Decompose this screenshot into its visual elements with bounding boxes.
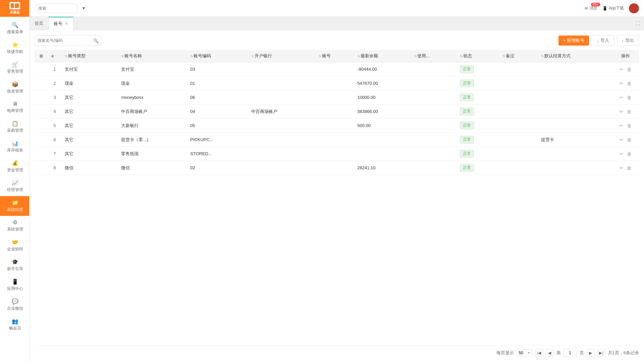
row-account-8	[315, 161, 354, 175]
last-page-button[interactable]: ▶|	[597, 349, 605, 357]
delete-button-3[interactable]: 🗑	[627, 95, 632, 100]
prev-page-button[interactable]: ◀	[546, 349, 554, 357]
edit-button-2[interactable]: ✏	[620, 81, 624, 86]
header-dropdown[interactable]: ▼	[82, 6, 86, 11]
sidebar-icon-wechat: 💬	[12, 298, 18, 305]
sidebar-item-enterprise[interactable]: 🤝企业协同	[0, 236, 29, 255]
row-usage-3	[411, 90, 457, 105]
col-bank[interactable]: ⇅开户银行	[248, 50, 315, 62]
sidebar-icon-finance: 💰	[12, 160, 18, 166]
sidebar-item-system[interactable]: ⚙系统管理	[0, 216, 29, 236]
sidebar-item-operation[interactable]: 📈经营管理	[0, 176, 29, 196]
row-code-6: PICKUPC...	[187, 133, 248, 147]
sidebar-label-shortcut: 快捷导航	[7, 49, 23, 55]
dropdown-arrow-icon: ▼	[82, 6, 86, 11]
user-avatar[interactable]	[629, 3, 639, 13]
row-name-7: 零售抵现	[118, 147, 187, 161]
col-name[interactable]: ⇅账号名称	[118, 50, 187, 62]
app-download-button[interactable]: 📱 App下载	[602, 5, 624, 11]
row-usage-4	[411, 105, 457, 119]
col-remark[interactable]: ⇅备注	[499, 50, 538, 62]
col-status[interactable]: ⇅状态	[457, 50, 499, 62]
col-settings[interactable]: ⚙	[35, 50, 48, 62]
edit-button-8[interactable]: ✏	[620, 165, 624, 171]
row-code-7: STORED...	[187, 147, 248, 161]
add-account-button[interactable]: + 新增账号	[558, 36, 589, 46]
delete-button-5[interactable]: 🗑	[627, 123, 632, 128]
maximize-icon: ⛶	[636, 21, 640, 26]
sidebar-item-wechat[interactable]: 💬企业微信	[0, 295, 29, 315]
search-input[interactable]	[38, 38, 93, 43]
col-account[interactable]: ⇅账号	[315, 50, 354, 62]
import-button[interactable]: ↓ 导入	[592, 35, 614, 46]
tab-account-close[interactable]: ✕	[65, 21, 68, 26]
sidebar-item-finance[interactable]: 💰资金管理	[0, 157, 29, 176]
tab-home[interactable]: 首页	[30, 17, 49, 30]
edit-button-3[interactable]: ✏	[620, 95, 624, 100]
sidebar-item-app_center[interactable]: 📱应用中心	[0, 275, 29, 295]
table-body: 1 支付宝 支付宝 03 -90444.00 正常 ✏ 🗑 2 现金 现金 01…	[35, 62, 639, 175]
row-num-8: 8	[48, 161, 61, 175]
page-size-select[interactable]: 50 20 100	[517, 350, 532, 356]
row-type-6: 其它	[61, 133, 118, 147]
row-select-7	[35, 147, 48, 161]
header-left: ▼	[35, 4, 86, 13]
tab-expand-button[interactable]: ⛶	[632, 21, 644, 26]
page-label2: 页	[580, 350, 584, 356]
col-usage[interactable]: ⇅使用...	[411, 50, 457, 62]
sidebar-label-system: 系统管理	[7, 227, 23, 232]
import-icon: ↓	[597, 38, 599, 43]
sidebar-item-ecommerce[interactable]: 🖥电商管理	[0, 98, 29, 117]
export-button[interactable]: ↑ 导出	[617, 35, 639, 46]
sidebar-item-inventory[interactable]: 📊库存核算	[0, 137, 29, 157]
col-actions: 操作	[612, 50, 639, 62]
header-search-input[interactable]	[35, 4, 78, 13]
row-account-1	[315, 62, 354, 76]
sidebar-icon-wholesale: 📦	[12, 81, 18, 87]
sidebar-icon-app_center: 📱	[12, 279, 18, 285]
sidebar-item-member[interactable]: 👥畅会员	[0, 315, 29, 335]
sidebar-item-wholesale[interactable]: 📦批发管理	[0, 78, 29, 98]
row-name-1: 支付宝	[118, 62, 187, 76]
message-button[interactable]: ✉ 消息 99+	[585, 5, 597, 11]
row-default-payment-4	[538, 105, 612, 119]
sidebar-item-shortcut[interactable]: ⭐快捷导航	[0, 38, 29, 58]
first-page-button[interactable]: |◀	[535, 349, 543, 357]
col-type[interactable]: ⇅账号类型	[61, 50, 118, 62]
row-code-2: 01	[187, 76, 248, 90]
logo-text: 乐嘉版	[10, 10, 20, 15]
edit-button-4[interactable]: ✏	[620, 109, 624, 114]
edit-button-7[interactable]: ✏	[620, 151, 624, 157]
edit-button-6[interactable]: ✏	[620, 137, 624, 142]
sidebar-item-search[interactable]: 🔍搜索菜单	[0, 18, 29, 38]
row-type-3: 其它	[61, 90, 118, 105]
sidebar-item-basic[interactable]: 📁基础信息	[0, 196, 29, 216]
row-actions-6: ✏ 🗑	[612, 133, 639, 147]
col-balance[interactable]: ⇅最新余额	[354, 50, 410, 62]
delete-button-7[interactable]: 🗑	[627, 151, 632, 157]
edit-button-5[interactable]: ✏	[620, 123, 624, 128]
sidebar-item-retail[interactable]: 🛒零售管理	[0, 58, 29, 78]
row-account-2	[315, 76, 354, 90]
row-default-payment-5	[538, 119, 612, 133]
delete-button-8[interactable]: 🗑	[627, 165, 632, 171]
row-balance-3: 10000.00	[354, 90, 410, 105]
tab-account[interactable]: 账号 ✕	[49, 17, 73, 30]
sidebar-item-newbie[interactable]: 🎓新手引导	[0, 255, 29, 275]
edit-button-1[interactable]: ✏	[620, 67, 624, 72]
delete-button-6[interactable]: 🗑	[627, 137, 632, 142]
delete-button-2[interactable]: 🗑	[627, 81, 632, 86]
delete-button-1[interactable]: 🗑	[627, 67, 632, 72]
sidebar-label-retail: 零售管理	[7, 69, 23, 74]
delete-button-4[interactable]: 🗑	[627, 109, 632, 114]
row-num-6: 6	[48, 133, 61, 147]
next-page-button[interactable]: ▶	[587, 349, 595, 357]
row-balance-6	[354, 133, 410, 147]
import-label: 导入	[600, 38, 609, 44]
row-default-payment-6: 提货卡	[538, 133, 612, 147]
col-default-payment[interactable]: ⇅默认结算方式	[538, 50, 612, 62]
row-account-5	[315, 119, 354, 133]
col-code[interactable]: ⇅账号编码	[187, 50, 248, 62]
sidebar-item-purchase[interactable]: 📋采购管理	[0, 117, 29, 137]
page-number-input[interactable]	[564, 349, 577, 357]
